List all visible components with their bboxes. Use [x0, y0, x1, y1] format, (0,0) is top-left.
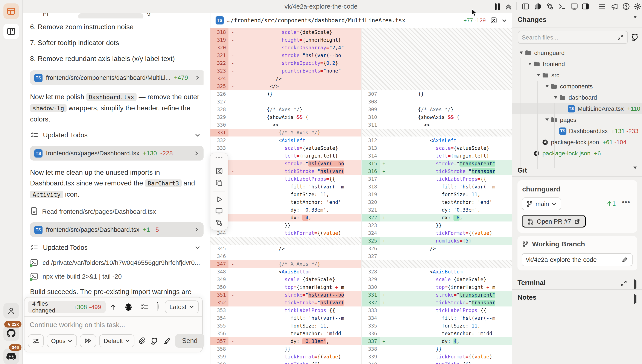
file-diff-chip[interactable]: TS frontend/src/components/dashboard/Mul… — [30, 70, 204, 85]
notes-section-header[interactable]: Notes — [517, 294, 536, 301]
chevrons-up-icon[interactable] — [504, 2, 513, 11]
file-diff-chip[interactable]: TS frontend/src/pages/Dashboard.tsx +130… — [30, 146, 204, 160]
tree-folder-dashboard[interactable]: dashboard — [512, 92, 642, 103]
git-compare-icon[interactable] — [546, 2, 554, 11]
terminal-command-row[interactable]: cd /private/var/folders/10/h7w0q46556ggr… — [30, 258, 204, 266]
monitor-icon[interactable] — [570, 2, 578, 11]
tree-file-MultiLineArea.tsx[interactable]: TSMultiLineArea.tsx +110 -162 — [512, 103, 642, 114]
copy-icon[interactable] — [215, 179, 223, 187]
todos-status-icon[interactable] — [140, 303, 149, 311]
chat-bubble-icon[interactable] — [534, 2, 542, 11]
expand-icon[interactable] — [620, 280, 627, 287]
updated-todos-row[interactable]: Updated Todos — [30, 131, 204, 139]
scroll-to-top-icon[interactable] — [109, 303, 117, 310]
layout-panel-button[interactable] — [4, 4, 19, 19]
more-options-button[interactable]: ••• — [622, 198, 630, 206]
chevron-down-icon[interactable] — [502, 18, 507, 23]
document-icon — [30, 207, 38, 216]
terminal-icon[interactable] — [558, 2, 566, 11]
tree-indent-guide — [546, 92, 546, 158]
working-branch-input[interactable]: vk/4e2a-explore-the-code — [522, 253, 632, 266]
panel-right-icon[interactable] — [581, 2, 590, 11]
fast-forward-button[interactable] — [80, 334, 96, 347]
tree-indent-guide — [520, 58, 520, 169]
model-dropdown[interactable]: Opus — [47, 334, 77, 347]
diff-view-icon[interactable] — [490, 17, 497, 24]
cat-icon[interactable] — [631, 34, 639, 41]
account-button[interactable] — [4, 303, 19, 318]
caret-down-icon[interactable] — [553, 95, 558, 100]
brush-icon[interactable] — [163, 337, 171, 345]
updated-todos-row[interactable]: Updated Todos — [30, 244, 204, 252]
working-spinner — [157, 303, 158, 311]
changes-section-header[interactable]: Changes — [517, 16, 546, 24]
tree-file-package-lock.json[interactable]: package-lock.json +6 — [512, 148, 642, 159]
removed-count: -5 — [153, 226, 159, 233]
open-pr-button[interactable]: Open PR #7 — [522, 215, 586, 228]
tree-file-package-lock.json[interactable]: package-lock.json +61 -104 — [512, 136, 642, 148]
tree-folder-frontend[interactable]: frontend — [512, 58, 642, 70]
file-path: frontend/src/components/dashboard/MultiL… — [46, 74, 171, 81]
caret-down-icon[interactable] — [544, 84, 550, 89]
pencil-icon[interactable] — [621, 256, 628, 263]
collapse-tree-icon[interactable] — [617, 34, 624, 41]
diff-code-row: 334 fill: 'hsl(var(--m — [362, 314, 512, 322]
expand-caret-icon[interactable] — [634, 281, 636, 288]
tree-file-Dashboard.tsx[interactable]: TSDashboard.tsx +131 -233 — [512, 125, 642, 136]
git-section-header[interactable]: Git — [517, 166, 527, 174]
menu-icon[interactable] — [598, 2, 606, 11]
megaphone-icon[interactable] — [610, 2, 619, 11]
composer-card: 4 files changed +308 -499 Latest Continu… — [24, 297, 203, 352]
caret-down-icon[interactable] — [518, 50, 524, 56]
panel-left-icon[interactable] — [521, 2, 530, 11]
settings-sliders-button[interactable] — [28, 334, 44, 347]
files-changed-pill[interactable]: 4 files changed +308 -499 — [28, 301, 106, 313]
package-icon — [533, 150, 540, 156]
inline-code-chip: BarChart3 — [145, 180, 181, 187]
kanban-button[interactable] — [4, 24, 19, 39]
help-icon[interactable] — [622, 2, 630, 11]
latest-dropdown[interactable]: Latest — [165, 300, 199, 313]
diff-code-row: 328 <AxisBottom — [362, 268, 512, 276]
terminal-command-row[interactable]: npx vite build 2>&1 | tail -20 — [30, 272, 204, 280]
mode-dropdown[interactable]: Default — [99, 334, 134, 347]
gear-icon[interactable] — [633, 2, 642, 11]
caret-down-icon[interactable] — [535, 72, 541, 78]
kanban-icon — [7, 26, 16, 36]
send-button[interactable]: Send — [175, 334, 204, 348]
caret-down-icon[interactable] — [544, 117, 550, 122]
diff-code-row: 318- scale={dateScale} — [210, 28, 361, 36]
pause-icon[interactable] — [493, 2, 502, 11]
discord-button[interactable]: 346 — [4, 348, 19, 364]
diff-panel: TS …/frontend/src/components/dashboard/M… — [210, 0, 512, 364]
play-icon[interactable] — [215, 195, 223, 204]
diff-file-header[interactable]: TS …/frontend/src/components/dashboard/M… — [210, 13, 512, 28]
redacted-pill — [78, 13, 143, 18]
more-options-icon[interactable] — [215, 156, 223, 159]
collapse-caret-icon[interactable] — [633, 18, 637, 26]
diff-code-row: 325+ numTicks={5} — [362, 237, 512, 245]
code-scan-icon[interactable] — [215, 167, 223, 175]
caret-down-icon[interactable] — [527, 61, 532, 67]
spark-icon[interactable] — [124, 303, 133, 311]
monitor-icon[interactable] — [215, 207, 223, 215]
attach-icon[interactable] — [138, 337, 146, 345]
expand-caret-icon[interactable] — [634, 295, 636, 303]
tree-folder-src[interactable]: src — [512, 70, 642, 81]
tree-folder-churnguard[interactable]: churnguard — [512, 47, 642, 58]
file-path: frontend/src/pages/Dashboard.tsx — [46, 226, 139, 233]
cat-icon[interactable] — [150, 337, 159, 345]
git-compare-icon[interactable] — [215, 219, 223, 227]
branch-dropdown[interactable]: main — [522, 198, 561, 210]
message-input[interactable]: Continue working on this task... — [25, 316, 202, 332]
github-button[interactable]: 22k — [4, 325, 19, 341]
terminal-section-header[interactable]: Terminal — [517, 279, 546, 287]
collapse-caret-icon[interactable] — [633, 169, 637, 177]
file-diff-chip[interactable]: TS frontend/src/pages/Dashboard.tsx +1 -… — [30, 222, 204, 237]
diff-columns[interactable]: 318- scale={dateScale}319- height={inner… — [210, 28, 512, 364]
tree-folder-components[interactable]: components — [512, 81, 642, 92]
tree-folder-pages[interactable]: pages — [512, 114, 642, 125]
file-search-input[interactable]: Search files... — [518, 31, 628, 44]
read-file-row[interactable]: Read frontend/src/pages/Dashboard.tsx — [30, 207, 204, 216]
inline-code-chip: Dashboard.tsx — [86, 93, 137, 101]
